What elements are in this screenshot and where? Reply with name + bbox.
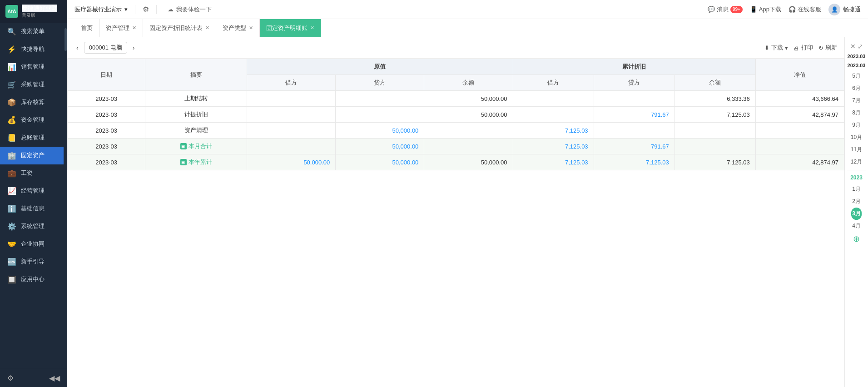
sidebar-item-funds[interactable]: 💰 资金管理 (0, 111, 64, 129)
sidebar-item-operations-label: 经营管理 (21, 187, 45, 195)
ledger-icon: 📒 (7, 134, 16, 142)
purchase-icon: 🛒 (7, 80, 16, 89)
tab-depreciation-stat[interactable]: 固定资产折旧统计表 ✕ (143, 19, 216, 37)
service-btn[interactable]: 🎧 在线客服 (789, 5, 821, 14)
sidebar-item-basic-info-label: 基础信息 (21, 204, 45, 213)
sales-icon: 📊 (7, 63, 16, 71)
sidebar-item-inventory[interactable]: 📦 库存核算 (0, 94, 64, 111)
cell-summary-3: ▣本月合计 (145, 139, 247, 154)
cell-orig-debit-4: 50,000.00 (247, 154, 336, 170)
sidebar-item-fixed-assets[interactable]: 🏢 固定资产 (0, 147, 64, 164)
panel-month-pre-5月[interactable]: 5月 (850, 70, 863, 82)
panel-year-2023: 2023 (845, 172, 868, 183)
sidebar-bottom: ⚙ ◀◀ (0, 369, 67, 387)
sidebar-item-fixed-assets-label: 固定资产 (21, 151, 45, 159)
download-toolbar-label: 下载 (771, 44, 783, 52)
prev-asset-btn[interactable]: ‹ (74, 43, 80, 53)
cell-summary-2: 资产清理 (145, 123, 247, 139)
cell-acc-debit-4: 7,125.03 (513, 154, 594, 170)
search-icon: 🔍 (7, 27, 16, 36)
basic-info-icon: ℹ️ (7, 204, 16, 213)
page-content: ‹ 000001 电脑 › ⬇ 下载 ▾ 🖨 打印 (67, 37, 844, 387)
tab-asset-mgmt[interactable]: 资产管理 ✕ (99, 19, 143, 37)
download-toolbar-btn[interactable]: ⬇ 下载 ▾ (764, 44, 788, 52)
service-icon: 🎧 (789, 6, 796, 13)
th-acc-debit: 借方 (513, 75, 594, 91)
panel-month-pre-7月[interactable]: 7月 (850, 94, 863, 107)
sidebar-item-system[interactable]: ⚙️ 系统管理 (0, 218, 64, 235)
tab-home-label: 首页 (81, 24, 93, 32)
tab-asset-type[interactable]: 资产类型 ✕ (216, 19, 260, 37)
panel-month-2023-3月[interactable]: 3月 (851, 208, 862, 220)
sidebar-item-salary[interactable]: 💼 工资 (0, 164, 64, 182)
experience-btn[interactable]: ☁ 我要体验一下 (168, 5, 212, 14)
sidebar-item-basic-info[interactable]: ℹ️ 基础信息 (0, 200, 64, 218)
sidebar-item-operations[interactable]: 📈 经营管理 (0, 182, 64, 200)
panel-month-pre-11月[interactable]: 11月 (850, 144, 863, 156)
panel-month-2023-4月[interactable]: 4月 (851, 220, 862, 232)
th-acc-credit: 贷方 (594, 75, 675, 91)
th-net: 净值 (755, 59, 844, 91)
sidebar-item-sales[interactable]: 📊 销售管理 (0, 58, 64, 76)
quicknav-icon: ⚡ (7, 45, 16, 54)
tab-asset-detail[interactable]: 固定资产明细账 ✕ (260, 19, 321, 37)
print-btn[interactable]: 🖨 打印 (794, 44, 813, 52)
cooperation-icon: 🤝 (7, 240, 16, 248)
panel-scroll-down[interactable]: ⊕ (853, 234, 860, 244)
cell-acc-balance-3 (675, 139, 755, 154)
sidebar-item-cooperation[interactable]: 🤝 企业协同 (0, 235, 64, 253)
tab-asset-mgmt-close[interactable]: ✕ (132, 25, 136, 31)
panel-close-icon[interactable]: ✕ (850, 43, 856, 50)
cell-orig-credit-2: 50,000.00 (336, 123, 424, 139)
cell-acc-credit-2 (594, 123, 675, 139)
next-asset-btn[interactable]: › (131, 43, 137, 53)
panel-month-pre-12月[interactable]: 12月 (850, 156, 863, 168)
sidebar-item-guide[interactable]: 🆕 新手引导 (0, 253, 64, 271)
settings-bottom-icon[interactable]: ⚙ (7, 374, 14, 382)
tab-depreciation-stat-close[interactable]: ✕ (205, 25, 209, 31)
sidebar-item-sales-label: 销售管理 (21, 63, 45, 71)
asset-navigation: ‹ 000001 电脑 › (74, 42, 136, 54)
panel-month-pre-9月[interactable]: 9月 (850, 119, 863, 131)
table-container: 日期 摘要 原值 累计折旧 净值 借方 贷方 余额 借方 贷方 余额 (67, 59, 844, 387)
topbar-settings-icon[interactable]: ⚙ (143, 5, 149, 14)
th-orig-debit: 借方 (247, 75, 336, 91)
cell-orig-credit-0 (336, 91, 424, 107)
tab-home[interactable]: 首页 (74, 19, 99, 37)
tab-asset-type-label: 资产类型 (223, 24, 246, 32)
messages-btn[interactable]: 💬 消息 99+ (708, 5, 743, 14)
download-btn[interactable]: 📱 App下载 (750, 5, 781, 14)
asset-detail-table: 日期 摘要 原值 累计折旧 净值 借方 贷方 余额 借方 贷方 余额 (67, 59, 844, 170)
cell-date-1: 2023-03 (68, 107, 145, 123)
app-edition: 普及版 (22, 12, 57, 18)
cell-orig-credit-3: 50,000.00 (336, 139, 424, 154)
sidebar-item-ledger[interactable]: 📒 总账管理 (0, 129, 64, 147)
panel-month-pre-6月[interactable]: 6月 (850, 82, 863, 94)
main-area: 医疗器械行业演示 ▾ ⚙ ☁ 我要体验一下 💬 消息 99+ 📱 App下载 🎧… (67, 0, 868, 387)
refresh-btn[interactable]: ↻ 刷新 (818, 44, 837, 52)
collapse-icon[interactable]: ◀◀ (49, 374, 60, 382)
cell-orig-credit-1 (336, 107, 424, 123)
cell-orig-debit-0 (247, 91, 336, 107)
company-selector[interactable]: 医疗器械行业演示 ▾ (74, 5, 128, 14)
tab-asset-type-close[interactable]: ✕ (249, 25, 253, 31)
sidebar-item-search[interactable]: 🔍 搜索菜单 (0, 23, 64, 40)
cell-net-0: 43,666.64 (755, 91, 844, 107)
panel-expand-icon[interactable]: ⤢ (858, 43, 863, 50)
user-area[interactable]: 👤 畅捷通 (828, 4, 861, 15)
panel-month-pre-10月[interactable]: 10月 (850, 131, 863, 144)
cell-orig-credit-4: 50,000.00 (336, 154, 424, 170)
panel-month-pre-8月[interactable]: 8月 (850, 107, 863, 119)
user-avatar: 👤 (828, 4, 840, 15)
sidebar-item-quicknav[interactable]: ⚡ 快捷导航 (0, 40, 64, 58)
cell-acc-debit-3: 7,125.03 (513, 139, 594, 154)
company-name: 医疗器械行业演示 (74, 5, 122, 14)
sidebar-item-purchase[interactable]: 🛒 采购管理 (0, 76, 64, 94)
sidebar-item-appstore[interactable]: 🔲 应用中心 (0, 271, 64, 288)
panel-month-2023-1月[interactable]: 1月 (851, 183, 862, 195)
tab-depreciation-stat-label: 固定资产折旧统计表 (149, 24, 203, 32)
experience-label: 我要体验一下 (176, 5, 212, 14)
panel-month-2023-2月[interactable]: 2月 (851, 195, 862, 208)
tab-asset-detail-close[interactable]: ✕ (310, 25, 314, 31)
cell-summary-4: ▣本年累计 (145, 154, 247, 170)
